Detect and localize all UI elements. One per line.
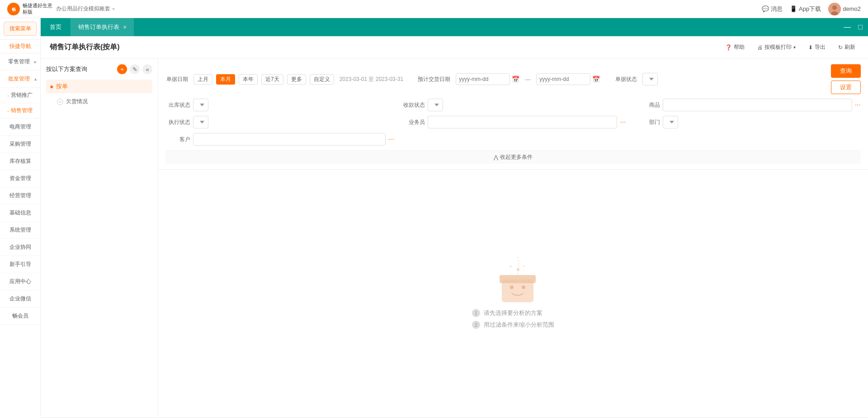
sidebar-item-quick-nav[interactable]: 快捷导航 — [0, 40, 40, 53]
breadcrumb-separator: ▾ — [112, 6, 115, 12]
query-btn[interactable]: 查询 — [831, 64, 861, 78]
collapse-filter-btn[interactable]: ⋀ 收起更多条件 — [165, 150, 861, 164]
left-panel-header: 按以下方案查询 + ✎ « — [46, 64, 152, 74]
payment-status-wrap — [428, 99, 626, 111]
add-scheme-btn[interactable]: + — [117, 64, 127, 74]
tab-maximize-btn[interactable]: □ — [856, 21, 864, 33]
salesperson-label: 业务员 — [400, 119, 425, 126]
refresh-btn[interactable]: ↻ 刷新 — [835, 42, 859, 53]
page-header: 销售订单执行表(按单) ❓ 帮助 🖨 按模板打印 ▾ ⬇ — [41, 36, 868, 59]
sidebar-search-section: 搜索菜单 — [0, 18, 40, 40]
expected-date-from[interactable] — [456, 73, 510, 85]
payment-status-select[interactable] — [428, 99, 443, 111]
action-buttons: 查询 设置 — [824, 64, 861, 94]
svg-rect-6 — [500, 275, 536, 283]
sidebar-item-newcomer[interactable]: 新手引导 — [0, 256, 40, 273]
calendar-to-icon[interactable]: 📅 — [592, 76, 600, 83]
date-btn-last-month[interactable]: 上月 — [193, 74, 212, 85]
svg-point-10 — [510, 285, 514, 289]
doc-status-select[interactable] — [642, 73, 658, 86]
panel-layout: 按以下方案查询 + ✎ « ● 按单 ○ — [41, 59, 868, 417]
date-btn-7days[interactable]: 近7天 — [261, 74, 283, 85]
tip-num-1: 1 — [472, 309, 480, 317]
print-btn[interactable]: 🖨 按模板打印 ▾ — [754, 42, 799, 53]
ship-status-select[interactable] — [193, 99, 208, 111]
settings-btn[interactable]: 设置 — [831, 81, 861, 94]
empty-state: ✦ ✦ ✦ — [158, 170, 868, 417]
exec-status-select[interactable] — [193, 116, 208, 128]
empty-tip-1: 1 请先选择要分析的方案 — [472, 309, 554, 317]
page-inner: 销售订单执行表(按单) ❓ 帮助 🖨 按模板打印 ▾ ⬇ — [41, 36, 868, 417]
exec-status-label: 执行状态 — [165, 119, 190, 126]
sidebar-item-app-center[interactable]: 应用中心 — [0, 273, 40, 290]
sidebar-item-inventory[interactable]: 库存核算 — [0, 153, 40, 170]
export-btn[interactable]: ⬇ 导出 — [805, 42, 829, 53]
tab-close-btn[interactable]: × — [123, 24, 127, 31]
sidebar-item-corp-wechat[interactable]: 企业微信 — [0, 290, 40, 308]
date-separator: — — [525, 76, 531, 83]
date-btn-custom[interactable]: 自定义 — [310, 74, 334, 85]
sidebar-sub-item-sales[interactable]: · 销售管理 — [0, 103, 40, 119]
sidebar-sub-item-marketing[interactable]: · 营销推广 — [0, 88, 40, 103]
tab-home[interactable]: 首页 — [41, 18, 71, 36]
avatar — [828, 3, 841, 15]
collapse-arrows-icon: ⋀ — [494, 154, 498, 161]
sidebar-item-corp-collab[interactable]: 企业协同 — [0, 239, 40, 256]
edit-scheme-btn[interactable]: ✎ — [130, 64, 140, 74]
messages-btn[interactable]: 💬 消息 — [762, 5, 783, 13]
app-download-btn[interactable]: 📱 App下载 — [790, 5, 821, 13]
calendar-from-icon[interactable]: 📅 — [512, 76, 519, 83]
customer-dots-icon[interactable]: ··· — [388, 135, 394, 143]
search-menu-btn[interactable]: 搜索菜单 — [4, 22, 37, 36]
date-btn-this-year[interactable]: 本年 — [239, 74, 258, 85]
empty-tips: 1 请先选择要分析的方案 2 用过滤条件来缩小分析范围 — [472, 309, 554, 332]
salesperson-dots-icon[interactable]: ··· — [620, 118, 626, 126]
scheme-sub-item-shortage[interactable]: ○ 欠货情况 — [46, 95, 152, 108]
tab-sales-exec[interactable]: 销售订单执行表 × — [71, 18, 134, 36]
chevron-down-icon: ▴ — [34, 76, 37, 81]
date-range-display: 2023-03-01 至 2023-03-31 — [340, 76, 403, 83]
sidebar-item-retail[interactable]: 零售管理 ▸ — [0, 53, 40, 71]
right-panel: 单据日期 上月 本月 本年 近7天 更多 自定义 — [158, 59, 868, 417]
help-btn[interactable]: ❓ 帮助 — [722, 42, 748, 53]
page-title: 销售订单执行表(按单) — [50, 43, 120, 52]
print-arrow-icon: ▾ — [793, 45, 796, 50]
export-icon: ⬇ — [808, 44, 813, 51]
sidebar-item-wholesale[interactable]: 批发管理 ▴ — [0, 71, 40, 88]
filter-area: 单据日期 上月 本月 本年 近7天 更多 自定义 — [158, 59, 868, 170]
logo-area: 畅 畅捷通好生意 标版 — [7, 3, 52, 15]
sidebar-item-ecommerce[interactable]: 电商管理 — [0, 119, 40, 136]
chevron-right-icon: ▸ — [34, 59, 37, 64]
date-buttons: 上月 本月 本年 近7天 更多 自定义 — [193, 74, 334, 85]
date-btn-more[interactable]: 更多 — [287, 74, 306, 85]
salesperson-input[interactable] — [428, 116, 617, 128]
sidebar-item-member[interactable]: 畅会员 — [0, 308, 40, 325]
sidebar-item-purchase[interactable]: 采购管理 — [0, 136, 40, 153]
date-btn-this-month[interactable]: 本月 — [216, 74, 235, 85]
user-profile[interactable]: demo2 — [828, 3, 861, 15]
ship-status-item: 出库状态 — [165, 99, 391, 111]
help-icon: ❓ — [725, 44, 732, 51]
dept-label: 部门 — [635, 119, 660, 126]
scheme-item-by-order[interactable]: ● 按单 — [46, 80, 152, 93]
sidebar-item-operations[interactable]: 经营管理 — [0, 187, 40, 204]
sidebar-item-basic-info[interactable]: 基础信息 — [0, 204, 40, 222]
top-bar-left: 畅 畅捷通好生意 标版 办公用品行业模拟账套 ▾ — [7, 3, 115, 15]
expected-date-from-wrap: 📅 — [456, 73, 519, 85]
collapse-panel-btn[interactable]: « — [142, 64, 152, 74]
tab-minimize-btn[interactable]: — — [842, 21, 853, 33]
expected-date-to-wrap: 📅 — [536, 73, 600, 85]
goods-input[interactable] — [663, 99, 852, 111]
sidebar-item-system[interactable]: 系统管理 — [0, 222, 40, 239]
expected-date-to[interactable] — [536, 73, 590, 85]
dept-item: 部门 — [635, 116, 861, 128]
customer-input[interactable] — [193, 133, 386, 146]
sidebar-item-finance[interactable]: 资金管理 — [0, 170, 40, 187]
dept-select[interactable] — [663, 116, 678, 128]
print-icon: 🖨 — [757, 44, 763, 51]
svg-point-11 — [522, 285, 525, 289]
goods-dots-icon[interactable]: ··· — [855, 101, 861, 109]
empty-illustration: ✦ ✦ ✦ — [491, 255, 536, 300]
filter-row-more: 执行状态 业务员 ··· — [165, 116, 861, 128]
message-icon: 💬 — [762, 5, 769, 12]
